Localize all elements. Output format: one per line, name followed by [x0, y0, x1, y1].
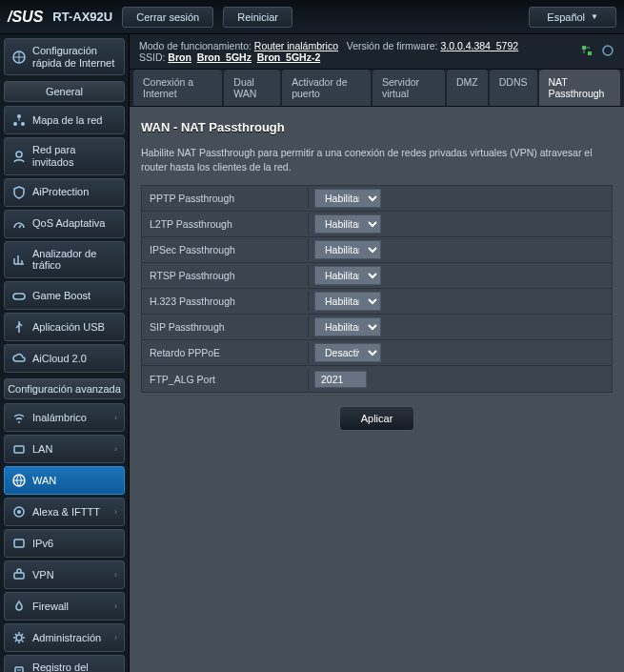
svg-rect-16: [588, 51, 592, 55]
row-l2tp: L2TP Passthrough Habilitar: [142, 212, 612, 237]
sidebar: Configuración rápida de Internet General…: [0, 34, 130, 672]
pptp-select[interactable]: Habilitar: [314, 189, 381, 208]
advanced-header: Configuración avanzada: [4, 378, 125, 399]
usb-icon: [11, 319, 27, 335]
sidebar-item-aiprotection[interactable]: AiProtection: [4, 178, 125, 207]
fw-value[interactable]: 3.0.0.4.384_5792: [440, 40, 518, 51]
sidebar-item-syslog[interactable]: Registro del sistema: [4, 655, 125, 672]
chevron-down-icon: ▼: [591, 12, 598, 21]
sidebar-item-guest[interactable]: Red para invitados: [4, 137, 125, 174]
row-label: IPSec Passthrough: [142, 239, 309, 260]
network-map-icon: [11, 112, 27, 128]
chevron-right-icon: ›: [114, 570, 117, 580]
gear-icon: [11, 630, 27, 645]
mode-value[interactable]: Router inalámbrico: [254, 40, 338, 51]
tab-nat-passthrough[interactable]: NAT Passthrough: [539, 70, 621, 106]
svg-rect-5: [13, 294, 25, 299]
row-ftp-alg: FTP_ALG Port: [142, 366, 612, 392]
chart-icon: [11, 252, 27, 267]
ipsec-select[interactable]: Habilitar: [314, 240, 381, 259]
sidebar-item-qos[interactable]: QoS Adaptativa: [4, 210, 125, 238]
sidebar-item-wireless[interactable]: Inalámbrico ›: [4, 403, 125, 432]
sidebar-item-label: AiProtection: [32, 186, 89, 198]
aimesh-icon[interactable]: [580, 44, 594, 57]
apply-button[interactable]: Aplicar: [339, 406, 415, 431]
vpn-icon: [11, 567, 27, 582]
sidebar-item-admin[interactable]: Administración ›: [4, 623, 125, 652]
tab-virtual-server[interactable]: Servidor virtual: [372, 70, 445, 106]
language-select[interactable]: Español ▼: [529, 7, 616, 28]
sidebar-item-label: Analizador de tráfico: [32, 248, 117, 272]
svg-rect-7: [14, 446, 24, 453]
svg-point-10: [17, 510, 21, 514]
row-pptp: PPTP Passthrough Habilitar: [142, 186, 612, 212]
logout-button[interactable]: Cerrar sesión: [122, 7, 213, 28]
svg-point-17: [603, 46, 613, 55]
general-header: General: [4, 81, 125, 102]
ftp-alg-port-input[interactable]: [314, 371, 367, 388]
pppoe-select[interactable]: Desactivar: [314, 343, 381, 362]
row-label: SIP Passthrough: [142, 316, 309, 337]
row-label: L2TP Passthrough: [142, 214, 309, 234]
h323-select[interactable]: Habilitar: [314, 292, 381, 311]
reboot-button[interactable]: Reiniciar: [223, 7, 292, 28]
tab-port-trigger[interactable]: Activador de puerto: [282, 70, 371, 106]
info-bar: Modo de funcionamiento: Router inalámbri…: [130, 34, 624, 70]
row-label: PPTP Passthrough: [142, 188, 309, 209]
l2tp-select[interactable]: Habilitar: [314, 214, 381, 234]
sidebar-item-aicloud[interactable]: AiCloud 2.0: [4, 344, 125, 373]
model-name: RT-AX92U: [52, 10, 112, 24]
sidebar-item-label: LAN: [32, 443, 52, 456]
sip-select[interactable]: Habilitar: [314, 317, 381, 336]
gauge-icon: [11, 216, 27, 232]
sidebar-item-label: Mapa de la red: [32, 114, 102, 127]
svg-point-6: [18, 421, 20, 423]
svg-rect-12: [14, 573, 24, 579]
top-bar: /SUS RT-AX92U Cerrar sesión Reiniciar Es…: [0, 0, 624, 34]
sidebar-item-gameboost[interactable]: Game Boost: [4, 281, 125, 310]
row-pppoe: Retardo PPPoE Desactivar: [142, 340, 612, 366]
sidebar-item-traffic[interactable]: Analizador de tráfico: [4, 241, 125, 278]
sidebar-item-usb[interactable]: Aplicación USB: [4, 313, 125, 341]
sidebar-item-alexa[interactable]: Alexa & IFTTT ›: [4, 498, 125, 526]
tab-dmz[interactable]: DMZ: [447, 70, 488, 106]
svg-point-13: [16, 635, 22, 641]
sidebar-item-label: Configuración rápida de Internet: [32, 45, 117, 69]
tab-internet-connection[interactable]: Conexión a Internet: [133, 70, 222, 106]
sidebar-item-netmap[interactable]: Mapa de la red: [4, 106, 125, 134]
ssid-label: SSID:: [139, 51, 165, 63]
sidebar-item-wan[interactable]: WAN: [4, 466, 125, 495]
sidebar-item-lan[interactable]: LAN ›: [4, 435, 125, 463]
sidebar-item-label: QoS Adaptativa: [32, 217, 105, 230]
svg-rect-14: [15, 667, 23, 672]
mode-label: Modo de funcionamiento:: [139, 40, 252, 51]
sidebar-item-firewall[interactable]: Firewall ›: [4, 592, 125, 621]
ssid-2: Bron_5GHz: [197, 51, 252, 63]
sidebar-item-ipv6[interactable]: IPv6: [4, 529, 125, 558]
quick-setup-button[interactable]: Configuración rápida de Internet: [4, 38, 125, 75]
sidebar-item-label: VPN: [32, 569, 54, 581]
row-ipsec: IPSec Passthrough Habilitar: [142, 237, 612, 263]
tab-ddns[interactable]: DDNS: [490, 70, 537, 106]
page-title: WAN - NAT Passthrough: [141, 120, 613, 134]
rtsp-select[interactable]: Habilitar: [314, 266, 381, 285]
document-icon: [11, 665, 27, 672]
shield-icon: [11, 185, 27, 200]
row-h323: H.323 Passthrough Habilitar: [142, 289, 612, 315]
sidebar-item-label: Firewall: [32, 601, 69, 613]
sidebar-item-label: AiCloud 2.0: [32, 353, 87, 365]
ssid-3: Bron_5GHz-2: [257, 51, 321, 63]
svg-point-1: [17, 114, 21, 118]
brand-logo: /SUS: [8, 9, 43, 26]
tab-dual-wan[interactable]: Dual WAN: [224, 70, 280, 106]
sidebar-item-label: Registro del sistema: [32, 662, 117, 672]
lan-icon: [11, 441, 27, 457]
cloud-icon: [11, 351, 27, 366]
sidebar-item-label: IPv6: [32, 538, 53, 550]
sidebar-item-vpn[interactable]: VPN ›: [4, 560, 125, 589]
sidebar-item-label: Game Boost: [32, 290, 91, 302]
firewall-icon: [11, 599, 27, 614]
chevron-right-icon: ›: [114, 507, 117, 517]
node-icon[interactable]: [601, 44, 614, 57]
alexa-icon: [11, 504, 27, 519]
